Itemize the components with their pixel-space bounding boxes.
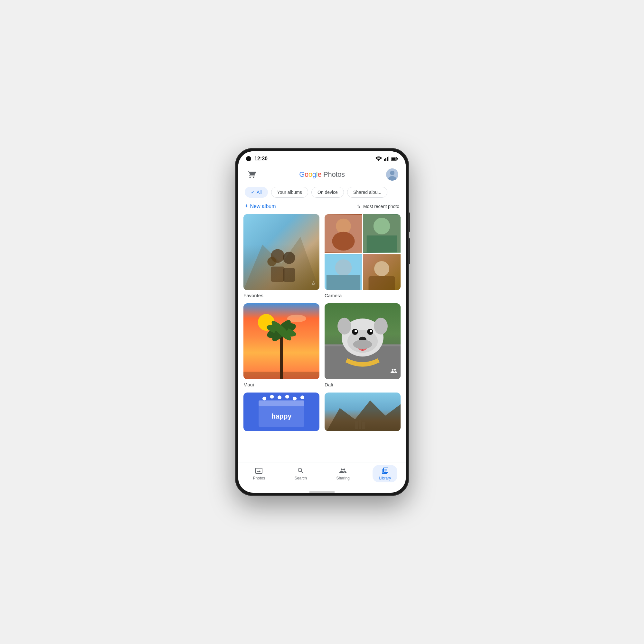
album-name-dali: Dali — [325, 382, 401, 387]
battery-icon — [391, 157, 398, 161]
status-time: 12:30 — [254, 156, 268, 162]
album-favorites[interactable]: ☆ Favorites — [243, 214, 319, 298]
svg-text:happy: happy — [271, 412, 292, 420]
nav-item-library[interactable]: Library — [373, 465, 397, 482]
power-button — [409, 213, 410, 232]
svg-point-43 — [374, 318, 387, 335]
home-indicator — [309, 491, 335, 493]
svg-rect-22 — [367, 235, 397, 252]
svg-rect-16 — [283, 268, 295, 282]
svg-point-24 — [335, 259, 352, 276]
album-thumb-dali — [325, 303, 401, 379]
svg-point-8 — [390, 171, 394, 175]
svg-rect-2 — [387, 157, 388, 161]
signal-icon — [384, 156, 389, 161]
app-logo: Google Photos — [299, 170, 345, 179]
nav-label-search: Search — [295, 476, 307, 480]
avatar-image — [386, 168, 398, 181]
new-album-button[interactable]: + New album — [245, 203, 276, 210]
svg-rect-1 — [385, 158, 386, 161]
front-camera — [246, 156, 251, 161]
svg-marker-11 — [243, 237, 319, 290]
svg-point-62 — [300, 395, 304, 399]
nav-label-library: Library — [379, 476, 391, 480]
happy-image: happy — [243, 393, 319, 431]
album-name-camera: Camera — [325, 293, 401, 298]
people-icon — [390, 367, 397, 374]
avatar-button[interactable] — [385, 167, 399, 182]
cam-photo-2 — [363, 214, 401, 253]
status-icons — [375, 156, 398, 161]
favorites-image — [243, 214, 319, 290]
nav-item-photos[interactable]: Photos — [247, 465, 271, 482]
album-thumb-favorites: ☆ — [243, 214, 319, 290]
svg-rect-15 — [271, 267, 284, 282]
filter-tab-shared[interactable]: Shared albu... — [347, 187, 387, 198]
photos-nav-icon — [255, 467, 263, 475]
album-dali[interactable]: Dali — [325, 303, 401, 387]
svg-point-42 — [337, 318, 351, 335]
library-nav-icon — [381, 467, 389, 475]
svg-point-47 — [355, 330, 357, 332]
albums-grid: ☆ Favorites — [243, 214, 401, 436]
album-name-maui: Maui — [243, 382, 319, 387]
nav-label-sharing: Sharing — [336, 476, 349, 480]
avatar — [386, 168, 398, 181]
svg-point-13 — [283, 252, 295, 264]
svg-rect-66 — [359, 420, 361, 429]
bottom-nav: Photos Search Sharing Library — [238, 462, 406, 489]
maui-image — [243, 303, 319, 379]
svg-rect-25 — [327, 275, 360, 290]
sharing-nav-icon — [339, 467, 347, 475]
filter-tab-shared-label: Shared albu... — [353, 190, 381, 195]
cam-photo-3 — [325, 254, 362, 290]
cam-photo-1 — [325, 214, 362, 253]
svg-point-52 — [353, 340, 372, 349]
nav-item-sharing[interactable]: Sharing — [330, 465, 356, 482]
album-maui[interactable]: Maui — [243, 303, 319, 387]
filter-tabs: ✓ All Your albums On device Shared albu.… — [238, 185, 406, 202]
svg-point-14 — [267, 257, 276, 266]
cam-photo-4 — [363, 254, 401, 290]
city-image — [325, 393, 401, 431]
svg-rect-65 — [355, 421, 358, 429]
filter-tab-on-device[interactable]: On device — [311, 187, 344, 198]
album-happy[interactable]: happy — [243, 393, 319, 431]
sort-label: Most recent photo — [363, 204, 399, 209]
sort-button[interactable]: Most recent photo — [356, 204, 399, 209]
album-city[interactable] — [325, 393, 401, 431]
app-header: Google Photos — [238, 164, 406, 185]
shop-button[interactable] — [245, 167, 259, 182]
svg-point-18 — [336, 219, 351, 234]
svg-rect-67 — [362, 422, 365, 429]
search-nav-icon — [297, 467, 305, 475]
album-thumb-maui — [243, 303, 319, 379]
svg-point-21 — [374, 218, 390, 234]
svg-point-60 — [285, 395, 289, 399]
check-icon: ✓ — [251, 190, 255, 195]
filter-tab-all[interactable]: ✓ All — [245, 187, 268, 198]
star-badge: ☆ — [311, 280, 316, 287]
nav-label-photos: Photos — [253, 476, 265, 480]
svg-point-27 — [374, 261, 389, 276]
filter-tab-your-albums-label: Your albums — [277, 190, 302, 195]
shop-icon — [248, 170, 256, 179]
volume-button — [409, 238, 410, 264]
svg-rect-3 — [388, 156, 389, 161]
album-thumb-city — [325, 393, 401, 431]
albums-scroll[interactable]: ☆ Favorites — [238, 214, 406, 462]
svg-point-48 — [370, 330, 372, 332]
album-camera[interactable]: Camera — [325, 214, 401, 298]
album-thumb-camera — [325, 214, 401, 290]
svg-point-12 — [271, 249, 284, 263]
filter-tab-on-device-label: On device — [317, 190, 338, 195]
wifi-icon — [375, 156, 382, 161]
svg-point-58 — [270, 395, 274, 399]
phone-frame: 12:30 — [235, 148, 409, 496]
new-album-label: New album — [250, 204, 276, 209]
people-badge — [390, 367, 397, 376]
dali-image — [325, 303, 401, 379]
filter-tab-your-albums[interactable]: Your albums — [271, 187, 308, 198]
nav-item-search[interactable]: Search — [288, 465, 313, 482]
toolbar-row: + New album Most recent photo — [238, 202, 406, 214]
